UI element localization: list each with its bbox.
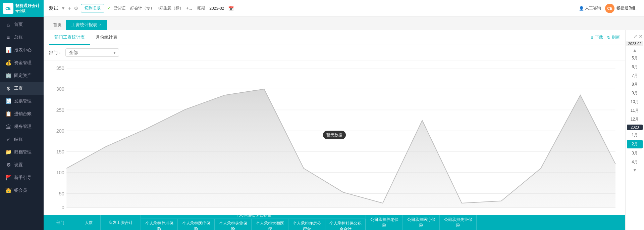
nav-month-11[interactable]: 11月 (626, 106, 644, 115)
panel-close-icon[interactable]: ✕ (639, 34, 643, 39)
sidebar-nav: ⌂ 首页 ≡ 总账 📊 报表中心 💰 资金管理 🏢 固定资产 $ 工资 🧾 发票… (0, 17, 44, 230)
logo-icon: CE (3, 3, 13, 14)
company-dropdown-icon[interactable]: ▼ (61, 6, 65, 11)
gear-icon[interactable]: ⚙ (74, 5, 78, 11)
col-personal-major-medical: 个人承担大额医疗 (252, 219, 288, 230)
svg-text:350: 350 (56, 65, 64, 71)
sidebar-item-funds[interactable]: 💰 资金管理 (0, 56, 44, 69)
nav-month-8[interactable]: 8月 (626, 80, 644, 89)
svg-text:0: 0 (62, 205, 64, 210)
tab-close-icon[interactable]: × (99, 22, 102, 27)
right-panel-controls: ⤢ ✕ (626, 32, 644, 39)
logo-text-group: 畅捷通好会计 专业版 (15, 3, 40, 13)
main-content: 部门工资统计表 月份统计表 ⬇ 下载 ↻ 刷新 (44, 30, 625, 230)
refresh-button[interactable]: ↻ 刷新 (607, 35, 620, 40)
table-header-row: 部门 人数 应发工资合计 个人承担社保公积金 个人承担养老保险 个人承担医疗保险… (44, 215, 625, 230)
nav-month-5[interactable]: 5月 (626, 54, 644, 62)
sidebar-item-guide[interactable]: 🚩 新手引导 (0, 171, 44, 184)
col-personal-unemployment: 个人承担失业保险 (215, 219, 252, 230)
dept-select[interactable]: 全部 行政部 技术部 销售部 (65, 48, 119, 57)
sub-tab-dept[interactable]: 部门工资统计表 (49, 30, 90, 45)
help-icon: 👤 (579, 6, 584, 11)
sub-tab-monthly[interactable]: 月份统计表 (90, 30, 123, 45)
nav-month-7[interactable]: 7月 (626, 72, 644, 80)
download-button[interactable]: ⬇ 下载 (590, 35, 603, 40)
sidebar-item-archive[interactable]: 📁 归档管理 (0, 146, 44, 158)
col-count: 人数 (77, 215, 101, 230)
tab-bar: 首页 工资统计报表 × (44, 17, 644, 30)
sub-tabs-actions: ⬇ 下载 ↻ 刷新 (590, 35, 620, 40)
right-panel: ⤢ ✕ 2023.02 ▲ 5月 6月 7月 8月 9月 10月 11月 12月… (625, 30, 644, 230)
help-button[interactable]: 👤 人工咨询 (579, 5, 601, 11)
sub-tabs: 部门工资统计表 月份统计表 ⬇ 下载 ↻ 刷新 (44, 30, 625, 45)
col-personal-total: 个人承担社保公积金合计 (325, 219, 366, 230)
nav-down-arrow[interactable]: ▼ (633, 166, 637, 174)
col-total-salary: 应发工资合计 (101, 215, 141, 230)
col-personal-medical: 个人承担医疗保险 (178, 219, 215, 230)
nav-month-6[interactable]: 6月 (626, 63, 644, 71)
sidebar-item-salary[interactable]: $ 工资 (0, 82, 44, 95)
nav-month-10[interactable]: 10月 (626, 98, 644, 106)
col-group-personal-cells: 个人承担养老保险 个人承担医疗保险 个人承担失业保险 个人承担大额医疗 个人承担… (141, 219, 366, 230)
chart-container: 0 50 100 150 200 250 300 350 (49, 64, 620, 212)
sidebar-item-tax[interactable]: 🏛 税务管理 (0, 120, 44, 133)
col-company-unemployment: 公司承担失业保险 (440, 215, 477, 230)
sales-icon: 📋 (5, 111, 11, 117)
nav-month-2[interactable]: 2月 (627, 140, 643, 148)
archive-icon: 📁 (5, 149, 11, 155)
assets-icon: 🏢 (5, 73, 11, 79)
svg-text:300: 300 (56, 86, 64, 92)
right-panel-date: 2023.02 (626, 41, 644, 46)
reports-icon: 📊 (5, 47, 11, 53)
funds-icon: 💰 (5, 60, 11, 66)
calendar-icon[interactable]: 📅 (228, 6, 234, 11)
period-value: 2023-02 (209, 6, 224, 11)
topbar-right: 👤 人工咨询 CE 畅捷通B组... (579, 4, 639, 13)
user-menu[interactable]: CE 畅捷通B组... (605, 4, 639, 13)
topbar: 测试 ▼ + ⚙ 切到旧版 ✓ 已认证 好会计（专） +好生意（标） +... … (44, 0, 644, 17)
checkout-icon: ✓ (5, 136, 11, 142)
nav-month-1[interactable]: 1月 (626, 131, 644, 139)
sidebar-item-assets[interactable]: 🏢 固定资产 (0, 69, 44, 82)
nav-month-3[interactable]: 3月 (626, 149, 644, 157)
member-icon: 👑 (5, 187, 11, 193)
tab-home[interactable]: 首页 (49, 20, 66, 30)
svg-text:100: 100 (56, 170, 64, 176)
col-personal-pension: 个人承担养老保险 (141, 219, 178, 230)
switch-version-button[interactable]: 切到旧版 (81, 4, 104, 12)
period-label: 账期 (197, 5, 205, 11)
sidebar-item-home[interactable]: ⌂ 首页 (0, 18, 44, 31)
chart-area: 0 50 100 150 200 250 300 350 (44, 60, 625, 215)
nav-month-4[interactable]: 4月 (626, 158, 644, 166)
sidebar-item-settings[interactable]: ⚙ 设置 (0, 158, 44, 171)
nav-month-9[interactable]: 9月 (626, 89, 644, 97)
add-button[interactable]: + (68, 5, 71, 11)
svg-text:200: 200 (56, 128, 64, 134)
dept-select-wrapper: 全部 行政部 技术部 销售部 ▼ (65, 48, 119, 57)
col-company-pension: 公司承担养老保险 (366, 215, 403, 230)
certified-label: 已认证 (113, 5, 125, 11)
tab-salary-report[interactable]: 工资统计报表 × (66, 20, 107, 30)
nav-up-arrow[interactable]: ▲ (633, 46, 637, 54)
sidebar-item-member[interactable]: 👑 畅会员 (0, 184, 44, 197)
col-company-medical: 公司承担医疗保险 (403, 215, 440, 230)
settings-icon: ⚙ (5, 162, 11, 168)
sidebar-item-checkout[interactable]: ✓ 结账 (0, 133, 44, 146)
svg-text:250: 250 (56, 107, 64, 113)
year-badge-2023: 2023 (627, 125, 643, 130)
good-biz-label: +好生意（标） (157, 5, 183, 11)
sidebar-item-ledger[interactable]: ≡ 总账 (0, 31, 44, 44)
username-label: 畅捷通B组... (616, 5, 639, 11)
col-dept: 部门 (44, 215, 77, 230)
sidebar-item-invoice[interactable]: 🧾 发票管理 (0, 95, 44, 107)
sidebar-item-reports[interactable]: 📊 报表中心 (0, 44, 44, 56)
ledger-icon: ≡ (5, 35, 11, 40)
nav-month-12[interactable]: 12月 (626, 115, 644, 124)
svg-text:150: 150 (56, 149, 64, 154)
main-area: 测试 ▼ + ⚙ 切到旧版 ✓ 已认证 好会计（专） +好生意（标） +... … (44, 0, 644, 230)
sidebar-item-sales[interactable]: 📋 进销台账 (0, 107, 44, 120)
svg-text:50: 50 (59, 191, 64, 196)
panel-expand-icon[interactable]: ⤢ (633, 34, 637, 39)
content-area: 部门工资统计表 月份统计表 ⬇ 下载 ↻ 刷新 (44, 30, 644, 230)
user-avatar: CE (605, 4, 614, 13)
